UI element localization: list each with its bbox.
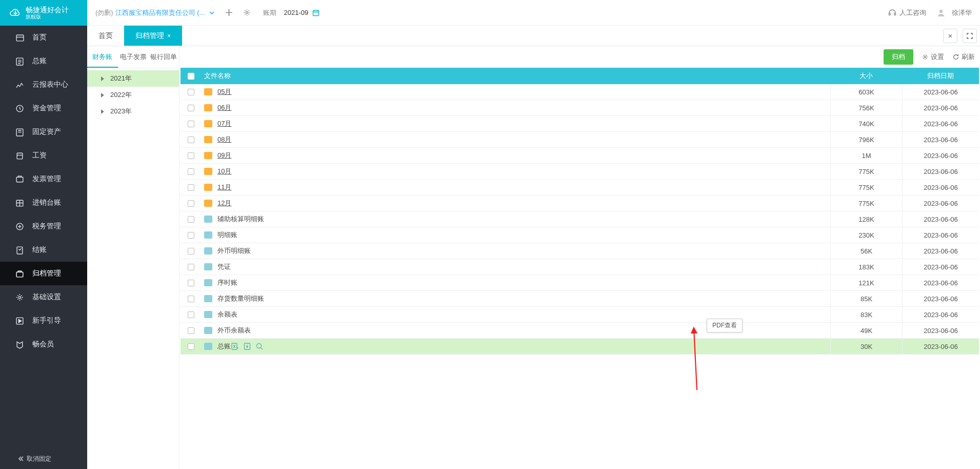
row-checkbox[interactable] (188, 232, 194, 239)
user-menu[interactable]: 徐泽华 (936, 8, 972, 17)
sidebar-item-1[interactable]: 总账 (0, 49, 87, 73)
file-name[interactable]: 11月 (217, 183, 231, 192)
sidebar-item-6[interactable]: 发票管理 (0, 167, 87, 191)
file-size: 128K (830, 211, 902, 227)
row-checkbox[interactable] (188, 105, 194, 111)
file-size: 796K (830, 132, 902, 147)
row-checkbox[interactable] (188, 184, 194, 191)
row-checkbox[interactable] (188, 136, 194, 143)
table-row: 明细账230K2023-06-06 (181, 227, 979, 243)
refresh-label: 刷新 (962, 52, 975, 62)
sidebar-item-2[interactable]: 云报表中心 (0, 73, 87, 96)
sidebar-item-label: 云报表中心 (32, 80, 68, 89)
download-excel-icon[interactable] (231, 342, 239, 350)
sidebar-item-label: 结账 (32, 245, 47, 255)
row-checkbox[interactable] (188, 168, 194, 175)
settings-button[interactable] (243, 9, 251, 16)
tab-home[interactable]: 首页 (87, 26, 124, 46)
table-row: 11月775K2023-06-06 (181, 180, 979, 196)
svg-rect-9 (16, 272, 23, 277)
row-checkbox[interactable] (188, 89, 194, 95)
period-picker[interactable]: 2021-09 (284, 9, 319, 16)
sidebar-item-8[interactable]: 税务管理 (0, 214, 87, 238)
settings-link[interactable]: 设置 (922, 52, 944, 62)
file-name[interactable]: 06月 (217, 103, 231, 112)
file-name[interactable]: 10月 (217, 167, 231, 176)
period-label: 账期 (263, 8, 276, 17)
file-name[interactable]: 07月 (217, 119, 231, 128)
refresh-link[interactable]: 刷新 (952, 52, 975, 62)
table-row: 10月775K2023-06-06 (181, 164, 979, 180)
page-tabs: 首页 归档管理 × × (87, 26, 980, 46)
support-button[interactable]: 人工咨询 (888, 8, 926, 17)
file-name[interactable]: 12月 (217, 199, 231, 208)
sidebar-item-10[interactable]: 归档管理 (0, 262, 87, 285)
refresh-icon (952, 53, 959, 61)
sidebar-item-label: 首页 (32, 33, 47, 42)
sidebar-item-5[interactable]: 工资 (0, 144, 87, 167)
row-checkbox[interactable] (188, 152, 194, 159)
support-label: 人工咨询 (899, 8, 926, 17)
subtab-1[interactable]: 电子发票 (118, 46, 149, 68)
year-panel: 财务账电子发票银行回单 2021年2022年2023年 (87, 46, 179, 469)
file-size: 756K (830, 100, 902, 115)
add-button[interactable] (225, 9, 233, 16)
row-checkbox[interactable] (188, 264, 194, 270)
select-all[interactable] (188, 73, 194, 80)
file-name[interactable]: 09月 (217, 151, 231, 160)
row-checkbox[interactable] (188, 296, 194, 302)
table-row: 08月796K2023-06-06 (181, 132, 979, 148)
sidebar-item-11[interactable]: 基础设置 (0, 285, 87, 309)
sidebar-item-12[interactable]: 新手引导 (0, 309, 87, 333)
folder-icon (204, 200, 212, 207)
folder-icon (204, 216, 212, 223)
nav-icon (15, 104, 24, 113)
fullscreen-button[interactable] (963, 29, 977, 43)
unpin-button[interactable]: 取消固定 (0, 448, 87, 469)
sidebar-item-4[interactable]: 固定资产 (0, 120, 87, 144)
close-icon[interactable]: × (167, 32, 171, 40)
row-checkbox[interactable] (188, 200, 194, 207)
file-date: 2023-06-06 (902, 227, 979, 243)
row-checkbox[interactable] (188, 311, 194, 318)
company-selector[interactable]: (勿删) 江西服宝精品有限责任公司 (... (95, 8, 215, 17)
row-checkbox[interactable] (188, 280, 194, 286)
archive-button[interactable]: 归档 (884, 49, 913, 65)
close-tabs-button[interactable]: × (943, 29, 957, 43)
sidebar-item-3[interactable]: 资金管理 (0, 96, 87, 120)
user-name: 徐泽华 (952, 8, 972, 17)
sidebar-item-13[interactable]: 畅会员 (0, 333, 87, 356)
subtab-0[interactable]: 财务账 (87, 46, 118, 68)
file-name[interactable]: 08月 (217, 135, 231, 144)
archive-label: 归档 (892, 53, 905, 61)
svg-rect-15 (894, 13, 896, 15)
download-pdf-icon[interactable] (243, 342, 251, 350)
row-checkbox[interactable] (188, 248, 194, 255)
nav-icon (15, 175, 24, 184)
year-2023年[interactable]: 2023年 (87, 103, 179, 120)
pdf-view-icon[interactable] (255, 342, 264, 350)
subtab-2[interactable]: 银行回单 (148, 46, 179, 68)
year-2022年[interactable]: 2022年 (87, 87, 179, 103)
sidebar-item-label: 发票管理 (32, 174, 61, 184)
folder-icon (204, 120, 212, 127)
file-name[interactable]: 05月 (217, 87, 231, 96)
file-size: 775K (830, 164, 902, 179)
tab-archive[interactable]: 归档管理 × (124, 26, 182, 46)
plus-icon (225, 9, 233, 16)
file-name: 余额表 (217, 310, 237, 319)
sidebar-item-9[interactable]: 结账 (0, 238, 87, 262)
sidebar-item-0[interactable]: 首页 (0, 26, 87, 49)
folder-icon (204, 152, 212, 159)
row-checkbox[interactable] (188, 343, 194, 350)
row-checkbox[interactable] (188, 327, 194, 334)
folder-icon (204, 184, 212, 191)
folder-icon (204, 168, 212, 175)
sidebar-item-7[interactable]: 进销台账 (0, 191, 87, 214)
year-2021年[interactable]: 2021年 (87, 70, 179, 87)
row-checkbox[interactable] (188, 216, 194, 223)
file-size: 49K (830, 323, 902, 338)
folder-icon (204, 295, 212, 302)
row-checkbox[interactable] (188, 121, 194, 127)
table-row: 07月740K2023-06-06 (181, 116, 979, 132)
